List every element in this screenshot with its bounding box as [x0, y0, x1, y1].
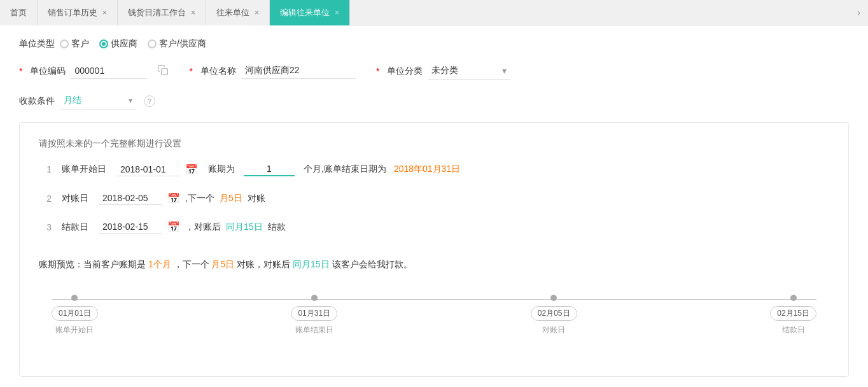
preview-mid1: ，下一个 [174, 259, 209, 269]
timeline-dot-1 [71, 295, 78, 301]
radio-circle-customer [60, 39, 69, 48]
close-icon[interactable]: × [335, 8, 339, 17]
setting-row-1: 1 账单开始日 📅 账期为 个月,账单结束日期为 2018年01月31日 [39, 162, 829, 176]
svg-rect-0 [162, 69, 168, 75]
payment-suffix-after: 结款 [268, 222, 286, 233]
timeline-badge-2: 01月31日 [291, 306, 337, 321]
payment-condition-value: 月结 [64, 95, 125, 106]
unit-info-row: * 单位编码 * 单位名称 * 单位分类 未分类 ▾ [19, 62, 849, 80]
tab-label: 钱货日清工作台 [128, 7, 186, 18]
preview-mid2: 对账，对账后 [237, 259, 290, 269]
unit-classify-select[interactable]: 未分类 ▾ [428, 62, 510, 80]
timeline-badge-3: 02月05日 [531, 306, 577, 321]
row-num-3: 3 [39, 222, 52, 232]
preview-highlight2: 月5日 [211, 259, 234, 269]
unit-type-label: 单位类型 [19, 38, 55, 50]
row-num-2: 2 [39, 194, 52, 204]
radio-circle-both [148, 39, 157, 48]
preview-highlight1: 1个月 [148, 259, 171, 269]
copy-icon[interactable] [157, 64, 169, 78]
calendar-icon-1[interactable]: 📅 [185, 164, 198, 176]
radio-supplier[interactable]: 供应商 [99, 38, 137, 50]
payment-highlight: 同月15日 [226, 222, 263, 233]
setting-row-2: 2 对账日 📅 ,下一个 月5日 对账 [39, 192, 829, 205]
row-num-1: 1 [39, 164, 52, 174]
radio-both-label: 客户/供应商 [159, 38, 206, 50]
timeline-dot-2 [311, 295, 318, 301]
preview-highlight3: 同月15日 [293, 259, 330, 269]
radio-both[interactable]: 客户/供应商 [148, 38, 206, 50]
unit-code-label: 单位编码 [30, 66, 66, 77]
unit-code-input[interactable] [71, 63, 147, 79]
tab-sales-order-history[interactable]: 销售订单历史 × [38, 0, 118, 25]
timeline: 01月01日 账单开始日 01月31日 账单结束日 02月05日 对账日 [39, 286, 829, 361]
tab-more-button[interactable]: › [850, 7, 868, 18]
period-unit-text: 个月,账单结束日期为 [304, 164, 386, 175]
calendar-icon-3[interactable]: 📅 [167, 221, 180, 233]
payment-suffix-before: ，对账后 [185, 222, 221, 233]
tab-bar: 首页 销售订单历史 × 钱货日清工作台 × 往来单位 × 编辑往来单位 × › [0, 0, 868, 25]
tab-label: 销售订单历史 [48, 7, 97, 18]
main-content: 单位类型 客户 供应商 客户/供应商 * 单位编码 * 单位名称 * [0, 25, 868, 387]
timeline-node-2: 01月31日 账单结束日 [291, 292, 337, 335]
radio-supplier-label: 供应商 [111, 38, 137, 50]
preview-prefix: 账期预览：当前客户账期是 [39, 259, 146, 269]
required-star-classify: * [376, 66, 379, 76]
unit-classify-value: 未分类 [431, 65, 498, 76]
timeline-node-1: 01月01日 账单开始日 [52, 292, 98, 335]
close-icon[interactable]: × [102, 8, 107, 17]
payment-condition-select[interactable]: 月结 ▾ [60, 92, 136, 109]
tab-edit-partner-unit[interactable]: 编辑往来单位 × [270, 0, 350, 25]
unit-type-radio-group: 客户 供应商 客户/供应商 [60, 38, 206, 50]
radio-customer[interactable]: 客户 [60, 38, 89, 50]
unit-name-label: 单位名称 [200, 66, 236, 77]
timeline-label-2: 账单结束日 [295, 325, 333, 335]
timeline-node-3: 02月05日 对账日 [531, 292, 577, 335]
row-label-3: 结款日 [62, 222, 88, 233]
preview-text: 账期预览：当前客户账期是 1个月 ，下一个 月5日 对账，对账后 同月15日 该… [39, 249, 829, 271]
end-date-highlight: 2018年01月31日 [394, 164, 460, 175]
settings-card: 请按照未来的一个完整帐期进行设置 1 账单开始日 📅 账期为 个月,账单结束日期… [19, 122, 849, 377]
required-star: * [19, 66, 22, 76]
reconcile-suffix-before: ,下一个 [185, 193, 214, 204]
card-hint: 请按照未来的一个完整帐期进行设置 [39, 138, 829, 150]
timeline-badge-4: 02月15日 [770, 306, 816, 321]
tab-cash-clearing[interactable]: 钱货日清工作台 × [118, 0, 206, 25]
payment-condition-arrow: ▾ [129, 96, 132, 105]
timeline-dot-4 [790, 295, 797, 301]
required-star-name: * [189, 66, 192, 76]
timeline-points: 01月01日 账单开始日 01月31日 账单结束日 02月05日 对账日 [52, 292, 816, 335]
close-icon[interactable]: × [255, 8, 259, 17]
tab-partner-units[interactable]: 往来单位 × [206, 0, 270, 25]
unit-type-row: 单位类型 客户 供应商 客户/供应商 [19, 38, 849, 50]
reconcile-suffix-after: 对账 [248, 193, 265, 204]
reconcile-highlight: 月5日 [220, 193, 242, 204]
unit-classify-label: 单位分类 [387, 66, 423, 77]
payment-date-input[interactable] [99, 220, 162, 234]
preview-suffix: 该客户会给我打款。 [332, 259, 412, 269]
reconcile-date-input[interactable] [99, 192, 162, 205]
timeline-label-4: 结款日 [782, 325, 805, 335]
row-label-2: 对账日 [62, 193, 88, 204]
unit-name-input[interactable] [241, 63, 356, 79]
setting-row-3: 3 结款日 📅 ，对账后 同月15日 结款 [39, 220, 829, 234]
payment-condition-label: 收款条件 [19, 95, 55, 107]
radio-customer-label: 客户 [71, 38, 89, 50]
help-icon[interactable]: ? [144, 95, 155, 107]
calendar-icon-2[interactable]: 📅 [167, 192, 180, 204]
period-value-input[interactable] [244, 162, 295, 176]
tab-home[interactable]: 首页 [0, 0, 38, 25]
classify-dropdown-icon: ▾ [502, 66, 507, 76]
payment-condition-row: 收款条件 月结 ▾ ? [19, 92, 849, 109]
timeline-node-4: 02月15日 结款日 [770, 292, 816, 335]
timeline-dot-3 [550, 295, 557, 301]
timeline-label-3: 对账日 [542, 325, 565, 335]
close-icon[interactable]: × [191, 8, 195, 17]
timeline-label-1: 账单开始日 [55, 325, 94, 335]
tab-label: 编辑往来单位 [280, 7, 330, 18]
radio-circle-supplier [99, 39, 108, 48]
suffix-text-1: 账期为 [208, 164, 235, 175]
start-date-input[interactable] [116, 163, 180, 176]
tab-home-label: 首页 [10, 7, 27, 18]
row-label-1: 账单开始日 [62, 164, 106, 175]
